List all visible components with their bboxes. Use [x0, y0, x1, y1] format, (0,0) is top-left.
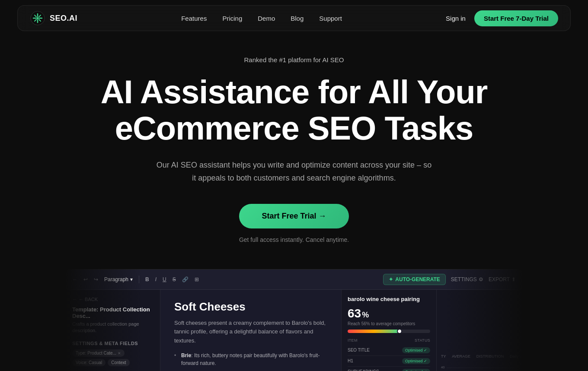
- tag-label-0: Type: Product Cate...: [76, 351, 116, 355]
- sidebar-template-title: Template: Product Collection Desc...: [72, 306, 153, 319]
- chart-label-average: AVERAGE: [452, 354, 470, 358]
- cheese-name-0: Brie: [181, 352, 191, 358]
- hero-note: Get full access instantly. Cancel anytim…: [239, 236, 349, 243]
- toolbar-italic[interactable]: I: [155, 276, 157, 282]
- list-item-0: Brie: Its rich, buttery notes pair beaut…: [174, 352, 327, 367]
- toolbar-table[interactable]: ⊞: [195, 276, 199, 282]
- sidebar-section-title: Settings & Meta fields: [72, 341, 153, 346]
- logo[interactable]: SEO.AI: [30, 10, 77, 26]
- toolbar-paragraph[interactable]: Paragraph ▾: [104, 276, 133, 282]
- redo-icon: ↪: [94, 276, 98, 282]
- panel-row-label-0: SEO TITLE: [348, 348, 370, 352]
- panel-row-label-2: SUBHEADINGS: [348, 369, 379, 371]
- tag-remove-icon-0[interactable]: ✕: [118, 351, 121, 355]
- cheese-desc-0: Its rich, buttery notes pair beautifully…: [181, 352, 320, 366]
- panel-col-status: STATUS: [415, 338, 430, 342]
- hero-title: AI Assistance for All Your eCommerce SEO…: [101, 74, 488, 146]
- app-body: ← ← BACK Template: Product Collection De…: [65, 290, 523, 371]
- auto-generate-label: AUTO-GENERATE: [395, 276, 440, 282]
- nav-features[interactable]: Features: [181, 15, 207, 22]
- app-chart-panel: TY AVERAGE DISTRIBUTION Daily: [436, 290, 523, 371]
- panel-row-status-1: Optimised ✓: [402, 358, 430, 364]
- underline-icon: U: [163, 276, 166, 282]
- sidebar-tag-0[interactable]: Type: Product Cate... ✕: [72, 349, 125, 357]
- panel-row-1: H1 Optimised ✓: [348, 356, 430, 367]
- hero-section: Ranked the #1 platform for AI SEO AI Ass…: [0, 0, 588, 269]
- svg-text:40: 40: [441, 365, 444, 369]
- content-heading: Soft Cheeses: [174, 300, 327, 314]
- sidebar-back[interactable]: ← ← BACK: [72, 297, 153, 302]
- panel-row-status-2: Optimised ✓: [402, 369, 430, 371]
- settings-icon: ⚙: [479, 276, 483, 282]
- toolbar-link[interactable]: 🔗: [182, 276, 189, 282]
- nav-support[interactable]: Support: [319, 15, 342, 22]
- hero-subtitle: Our AI SEO assistant helps you write and…: [156, 159, 432, 184]
- sidebar-tag-2[interactable]: Context: [108, 359, 129, 366]
- back-label: ← BACK: [79, 297, 98, 302]
- panel-row-status-0: Optimised ✓: [402, 347, 430, 353]
- toolbar-redo[interactable]: ↪: [94, 276, 98, 282]
- toolbar-settings[interactable]: SETTINGS ⚙: [451, 276, 483, 282]
- nav-demo[interactable]: Demo: [258, 15, 275, 22]
- sign-in-button[interactable]: Sign in: [446, 15, 466, 22]
- panel-score-suffix: %: [362, 311, 369, 320]
- content-list: Brie: Its rich, buttery notes pair beaut…: [174, 352, 327, 371]
- nav-start-trial-button[interactable]: Start Free 7-Day Trial: [474, 10, 558, 26]
- logo-text-label: SEO.AI: [50, 14, 77, 23]
- toolbar-back[interactable]: ←: [72, 276, 77, 282]
- settings-label: SETTINGS: [451, 276, 477, 282]
- panel-table-header: ITEM STATUS: [348, 338, 430, 342]
- sparkle-icon: ✦: [389, 276, 393, 282]
- toolbar-underline[interactable]: U: [163, 276, 166, 282]
- hero-title-line1: AI Assistance for All Your: [101, 73, 488, 110]
- toolbar-bold[interactable]: B: [145, 276, 149, 282]
- panel-score: 63: [348, 307, 361, 320]
- nav-right: Sign in Start Free 7-Day Trial: [446, 10, 558, 26]
- toolbar-right: ✦ AUTO-GENERATE SETTINGS ⚙ EXPORT ⬆: [383, 274, 516, 285]
- panel-row-0: SEO TITLE Optimised ✓: [348, 345, 430, 356]
- hero-cta-button[interactable]: Start Free Trial →: [239, 204, 348, 228]
- export-label: EXPORT: [489, 276, 510, 282]
- hero-title-line2: eCommerce SEO Tasks: [115, 110, 473, 146]
- panel-progress-fill: [348, 330, 399, 333]
- app-right-panel: barolo wine cheese pairing 63 % Reach 56…: [341, 290, 436, 371]
- panel-col-label: ITEM: [348, 338, 413, 342]
- content-paragraph: Soft cheeses present a creamy complement…: [174, 319, 327, 346]
- sidebar-tags: Type: Product Cate... ✕ Voice: Casual Co…: [72, 349, 153, 366]
- link-icon: 🔗: [182, 276, 189, 282]
- back-arrow-icon: ←: [72, 297, 77, 302]
- navbar: SEO.AI Features Pricing Demo Blog Suppor…: [17, 5, 571, 31]
- chart-labels: TY AVERAGE DISTRIBUTION Daily: [441, 354, 518, 358]
- sidebar-tag-1[interactable]: Voice: Casual: [72, 359, 105, 366]
- strikethrough-icon: S: [173, 276, 176, 282]
- panel-progress-bar: [348, 330, 430, 333]
- toolbar-undo[interactable]: ↩: [83, 276, 88, 282]
- panel-progress-marker: [397, 330, 402, 333]
- toolbar-sep-1: [139, 276, 139, 283]
- chart-label-distribution: DISTRIBUTION: [476, 354, 504, 358]
- panel-wine-title: barolo wine cheese pairing: [348, 296, 430, 302]
- undo-icon: ↩: [83, 276, 88, 282]
- toolbar-export[interactable]: EXPORT ⬆: [489, 276, 516, 282]
- chart-label-ty: TY: [441, 354, 446, 358]
- nav-blog[interactable]: Blog: [291, 15, 304, 22]
- chart-label-daily: Daily: [510, 354, 518, 358]
- chart-svg: 40 32 29: [441, 360, 518, 371]
- panel-row-2: SUBHEADINGS Optimised ✓: [348, 367, 430, 371]
- panel-score-note: Reach 56% to average competitors: [348, 321, 430, 326]
- app-content: Soft Cheeses Soft cheeses present a crea…: [160, 290, 341, 371]
- hero-badge: Ranked the #1 platform for AI SEO: [244, 56, 344, 63]
- sidebar-template-desc: Crafts a product collection page descrip…: [72, 321, 153, 334]
- app-preview-wrapper: ← ↩ ↪ Paragraph ▾ B: [65, 269, 523, 371]
- toolbar-strikethrough[interactable]: S: [173, 276, 176, 282]
- panel-row-label-1: H1: [348, 358, 353, 363]
- arrow-left-icon: ←: [72, 276, 77, 282]
- auto-generate-button[interactable]: ✦ AUTO-GENERATE: [383, 274, 446, 285]
- logo-icon: [30, 10, 45, 26]
- nav-pricing[interactable]: Pricing: [222, 15, 242, 22]
- bold-icon: B: [145, 276, 149, 282]
- italic-icon: I: [155, 276, 157, 282]
- paragraph-dropdown-icon: ▾: [130, 276, 133, 282]
- table-icon: ⊞: [195, 276, 199, 282]
- app-preview: ← ↩ ↪ Paragraph ▾ B: [65, 269, 523, 371]
